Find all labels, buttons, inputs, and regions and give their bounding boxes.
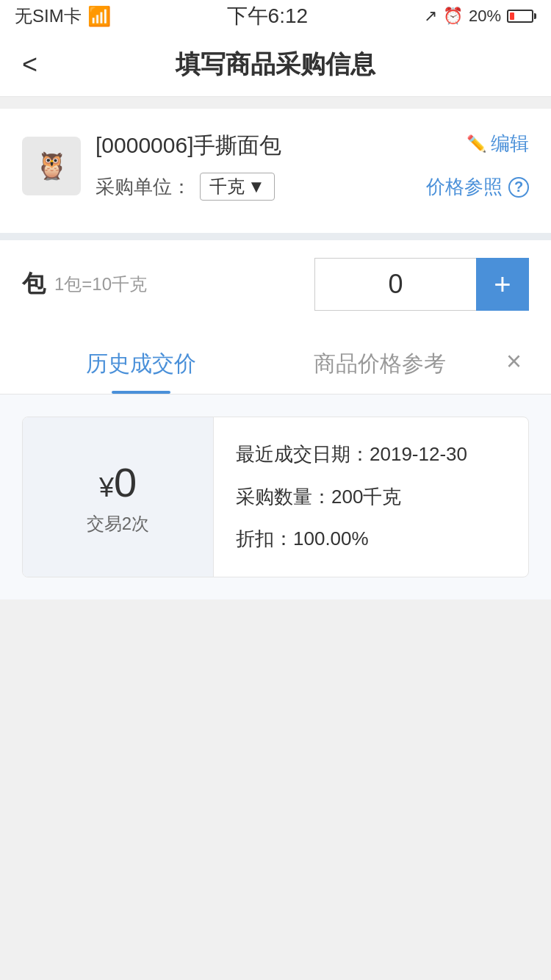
edit-button[interactable]: ✏️ 编辑 [467, 131, 529, 156]
time-label: 下午6:12 [227, 2, 309, 30]
quantity-input[interactable]: 0 [314, 258, 476, 311]
recent-date-label: 最近成交日期： [236, 443, 370, 465]
product-logo-icon: 🦉 [35, 151, 68, 181]
status-bar: 无SIM卡 📶 下午6:12 ↗ ⏰ 20% [0, 0, 551, 32]
status-left: 无SIM卡 📶 [15, 4, 111, 28]
quantity-left: 包 1包=10千克 [22, 268, 147, 300]
product-right: ✏️ 编辑 价格参照 ? [426, 131, 529, 200]
price-ref-label: 价格参照 [426, 174, 503, 200]
status-right: ↗ ⏰ 20% [424, 7, 536, 26]
product-left: 🦉 [0000006]手撕面包 采购单位： 千克 ▼ [22, 131, 281, 201]
discount-row: 折扣：100.00% [236, 524, 506, 555]
purchase-qty-value: 200千克 [331, 486, 401, 508]
product-name: [0000006]手撕面包 [96, 131, 281, 161]
unit-value: 千克 [209, 175, 245, 198]
tab-product-price-ref[interactable]: 商品价格参考 [260, 328, 498, 394]
quantity-section: 包 1包=10千克 0 + [0, 240, 551, 328]
price-reference-button[interactable]: 价格参照 ? [426, 174, 529, 200]
history-card: ¥0 交易2次 最近成交日期：2019-12-30 采购数量：200千克 折扣：… [22, 417, 529, 577]
wifi-icon: 📶 [87, 5, 111, 28]
tab-history-price-label: 历史成交价 [86, 351, 196, 375]
product-section: 🦉 [0000006]手撕面包 采购单位： 千克 ▼ ✏️ 编辑 价格参照 [0, 109, 551, 233]
price-value: 0 [114, 459, 137, 505]
discount-label: 折扣： [236, 527, 293, 550]
tab-section: 历史成交价 商品价格参考 × ¥0 交易2次 最近成交日期：2019-12-30… [0, 328, 551, 599]
discount-value: 100.00% [293, 527, 369, 550]
quantity-right: 0 + [314, 258, 529, 311]
edit-icon: ✏️ [467, 134, 486, 154]
page-title: 填写商品采购信息 [176, 48, 375, 82]
purchase-unit-label: 采购单位： [96, 174, 191, 200]
quantity-plus-button[interactable]: + [476, 258, 529, 311]
price-amount: ¥0 [99, 458, 137, 506]
quantity-value: 0 [388, 269, 403, 300]
tab-product-price-ref-label: 商品价格参考 [314, 351, 446, 375]
recent-date-value: 2019-12-30 [370, 443, 467, 465]
product-header: 🦉 [0000006]手撕面包 采购单位： 千克 ▼ ✏️ 编辑 价格参照 [22, 131, 529, 201]
product-info: [0000006]手撕面包 采购单位： 千克 ▼ [96, 131, 281, 201]
purchase-qty-label: 采购数量： [236, 486, 331, 508]
nav-bar: < 填写商品采购信息 [0, 32, 551, 97]
unit-select[interactable]: 千克 ▼ [200, 173, 275, 201]
back-button[interactable]: < [15, 42, 45, 87]
edit-label: 编辑 [491, 131, 529, 156]
location-icon: ↗ [424, 7, 437, 26]
section-divider [0, 233, 551, 240]
battery-pct-label: 20% [469, 7, 501, 26]
product-thumbnail: 🦉 [22, 137, 81, 195]
info-icon: ? [508, 177, 529, 198]
tab-header: 历史成交价 商品价格参考 × [0, 328, 551, 394]
card-price-display: ¥0 交易2次 [23, 417, 214, 577]
battery-icon [507, 10, 536, 23]
purchase-qty-row: 采购数量：200千克 [236, 482, 506, 513]
carrier-label: 无SIM卡 [15, 4, 82, 28]
unit-conversion-label: 1包=10千克 [54, 273, 147, 296]
currency-symbol: ¥ [99, 472, 114, 502]
tab-history-price[interactable]: 历史成交价 [22, 328, 260, 394]
trade-count-label: 交易2次 [87, 512, 149, 536]
purchase-unit-row: 采购单位： 千克 ▼ [96, 173, 281, 201]
card-details: 最近成交日期：2019-12-30 采购数量：200千克 折扣：100.00% [214, 417, 528, 577]
card-area: ¥0 交易2次 最近成交日期：2019-12-30 采购数量：200千克 折扣：… [0, 394, 551, 599]
recent-date-row: 最近成交日期：2019-12-30 [236, 439, 506, 470]
unit-label: 包 [22, 268, 46, 300]
dropdown-arrow-icon: ▼ [248, 176, 265, 197]
alarm-icon: ⏰ [443, 7, 463, 26]
tab-close-button[interactable]: × [499, 339, 529, 384]
